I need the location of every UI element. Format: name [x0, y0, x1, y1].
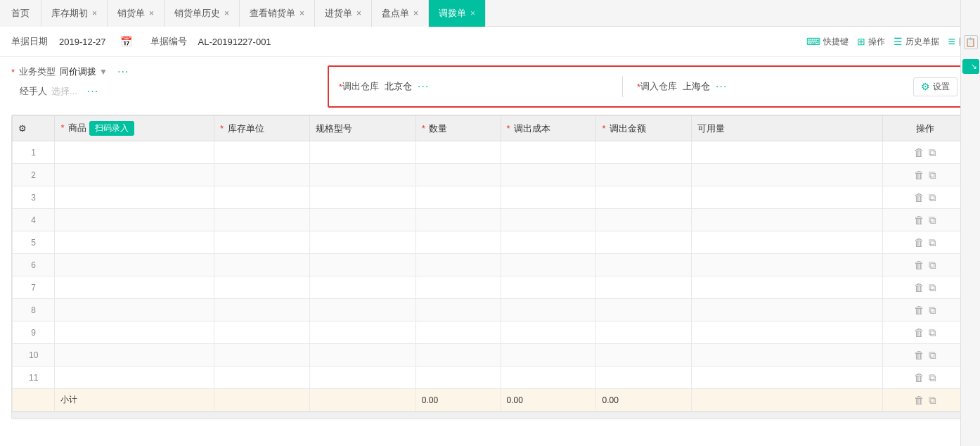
- row-qty[interactable]: [415, 321, 501, 344]
- row-spec[interactable]: [309, 141, 415, 164]
- row-delete-icon[interactable]: 🗑: [914, 146, 924, 158]
- tab-sales-order[interactable]: 销货单 ×: [108, 0, 165, 27]
- row-product[interactable]: [55, 231, 214, 254]
- tab-stocktake[interactable]: 盘点单 ×: [372, 0, 429, 27]
- tab-home[interactable]: 首页: [0, 0, 41, 27]
- row-qty[interactable]: [415, 276, 501, 299]
- history-action[interactable]: ☰ 历史单据: [894, 36, 939, 48]
- row-unit[interactable]: [214, 321, 309, 344]
- row-cost[interactable]: [501, 209, 596, 231]
- row-qty[interactable]: [415, 141, 501, 164]
- close-tab-view-sales[interactable]: ×: [299, 8, 304, 18]
- row-spec[interactable]: [309, 299, 415, 321]
- tab-sales-history[interactable]: 销货单历史 ×: [165, 0, 240, 27]
- row-delete-icon[interactable]: 🗑: [914, 169, 924, 181]
- row-product[interactable]: [55, 254, 214, 276]
- row-available[interactable]: [692, 231, 883, 254]
- row-copy-icon[interactable]: ⧉: [929, 214, 936, 227]
- subtotal-copy-icon[interactable]: ⧉: [929, 394, 936, 407]
- row-qty[interactable]: [415, 231, 501, 254]
- row-spec[interactable]: [309, 254, 415, 276]
- row-cost[interactable]: [501, 276, 596, 299]
- horizontal-scrollbar[interactable]: [12, 412, 968, 419]
- row-copy-icon[interactable]: ⧉: [929, 236, 936, 249]
- row-amount[interactable]: [596, 209, 692, 231]
- business-type-select[interactable]: 同价调拨 ▼: [60, 65, 108, 78]
- row-delete-icon[interactable]: 🗑: [914, 191, 924, 203]
- tab-transfer[interactable]: 调拨单 ×: [429, 0, 486, 27]
- business-type-more[interactable]: ···: [117, 65, 129, 78]
- row-copy-icon[interactable]: ⧉: [929, 349, 936, 362]
- row-product[interactable]: [55, 186, 214, 209]
- row-spec[interactable]: [309, 231, 415, 254]
- row-amount[interactable]: [596, 186, 692, 209]
- row-cost[interactable]: [501, 164, 596, 186]
- row-cost[interactable]: [501, 186, 596, 209]
- tab-inventory-init[interactable]: 库存期初 ×: [41, 0, 108, 27]
- row-amount[interactable]: [596, 164, 692, 186]
- row-unit[interactable]: [214, 299, 309, 321]
- row-copy-icon[interactable]: ⧉: [929, 146, 936, 159]
- row-spec[interactable]: [309, 209, 415, 231]
- th-gear[interactable]: ⚙: [13, 116, 55, 141]
- row-qty[interactable]: [415, 344, 501, 367]
- row-available[interactable]: [692, 321, 883, 344]
- person-select[interactable]: 选择...: [51, 85, 77, 98]
- row-product[interactable]: [55, 276, 214, 299]
- row-unit[interactable]: [214, 141, 309, 164]
- row-amount[interactable]: [596, 231, 692, 254]
- row-product[interactable]: [55, 367, 214, 389]
- row-delete-icon[interactable]: 🗑: [914, 214, 924, 226]
- close-tab-transfer[interactable]: ×: [470, 8, 475, 18]
- row-qty[interactable]: [415, 299, 501, 321]
- row-delete-icon[interactable]: 🗑: [914, 259, 924, 271]
- row-amount[interactable]: [596, 299, 692, 321]
- row-amount[interactable]: [596, 276, 692, 299]
- sidebar-export-button[interactable]: ↗: [962, 59, 979, 74]
- row-qty[interactable]: [415, 164, 501, 186]
- row-unit[interactable]: [214, 231, 309, 254]
- row-unit[interactable]: [214, 254, 309, 276]
- row-unit[interactable]: [214, 186, 309, 209]
- row-available[interactable]: [692, 164, 883, 186]
- row-product[interactable]: [55, 299, 214, 321]
- row-product[interactable]: [55, 321, 214, 344]
- row-cost[interactable]: [501, 321, 596, 344]
- row-copy-icon[interactable]: ⧉: [929, 304, 936, 317]
- row-delete-icon[interactable]: 🗑: [914, 326, 924, 338]
- row-product[interactable]: [55, 141, 214, 164]
- row-amount[interactable]: [596, 141, 692, 164]
- row-spec[interactable]: [309, 276, 415, 299]
- row-delete-icon[interactable]: 🗑: [914, 304, 924, 316]
- row-available[interactable]: [692, 209, 883, 231]
- row-spec[interactable]: [309, 344, 415, 367]
- row-available[interactable]: [692, 299, 883, 321]
- close-tab-purchase-order[interactable]: ×: [356, 8, 361, 18]
- row-product[interactable]: [55, 164, 214, 186]
- row-amount[interactable]: [596, 367, 692, 389]
- row-unit[interactable]: [214, 164, 309, 186]
- row-spec[interactable]: [309, 186, 415, 209]
- row-cost[interactable]: [501, 231, 596, 254]
- close-tab-sales-order[interactable]: ×: [149, 8, 154, 18]
- scan-barcode-button[interactable]: 扫码录入: [89, 121, 134, 136]
- row-cost[interactable]: [501, 344, 596, 367]
- row-amount[interactable]: [596, 254, 692, 276]
- row-available[interactable]: [692, 186, 883, 209]
- row-spec[interactable]: [309, 321, 415, 344]
- row-available[interactable]: [692, 344, 883, 367]
- row-qty[interactable]: [415, 254, 501, 276]
- row-copy-icon[interactable]: ⧉: [929, 281, 936, 294]
- row-available[interactable]: [692, 141, 883, 164]
- row-amount[interactable]: [596, 321, 692, 344]
- tab-purchase-order[interactable]: 进货单 ×: [315, 0, 372, 27]
- row-spec[interactable]: [309, 164, 415, 186]
- row-cost[interactable]: [501, 367, 596, 389]
- settings-button[interactable]: ⚙ 设置: [913, 77, 958, 96]
- row-cost[interactable]: [501, 299, 596, 321]
- row-available[interactable]: [692, 276, 883, 299]
- row-unit[interactable]: [214, 344, 309, 367]
- close-tab-inventory-init[interactable]: ×: [92, 8, 97, 18]
- warehouse-out-more[interactable]: ···: [418, 80, 429, 93]
- row-unit[interactable]: [214, 276, 309, 299]
